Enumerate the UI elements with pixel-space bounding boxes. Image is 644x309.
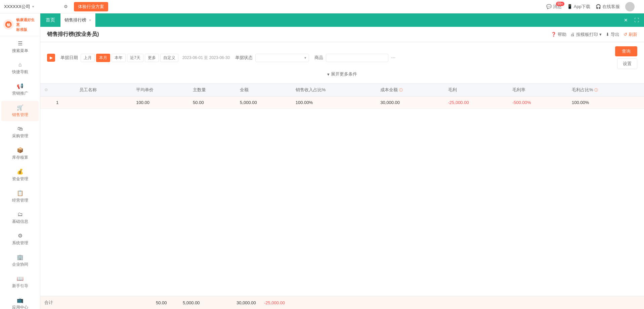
filter-arrow-button[interactable]: ▶ [47,54,55,62]
th-name: 员工名称 [75,84,132,97]
logo-icon: 畅 [3,18,14,31]
cost-info-icon[interactable]: ⓘ [399,88,403,92]
date-btn-7days[interactable]: 近7天 [127,54,143,62]
refresh-button[interactable]: ↺ 刷新 [624,32,637,38]
sidebar-item-label: 库存核算 [12,155,28,160]
help-icon: ❓ [551,32,556,37]
sidebar-item-sales[interactable]: 🛒 销售管理 [1,101,39,121]
finance-icon: 💰 [17,168,24,175]
sidebar-item-guide[interactable]: 📖 新手引导 [1,272,39,292]
page-header: 销售排行榜(按业务员) ❓ 帮助 🖨 按模板打印 ▾ ⬇ 导出 [40,27,644,42]
td-gross-rate: -500.00% [508,97,568,109]
system-icon: ⚙ [18,233,23,239]
date-btn-custom[interactable]: 自定义 [160,54,178,62]
td-amount: 5,000.00 [236,97,292,109]
tab-action-maximize[interactable]: ⛶ [632,15,641,25]
goods-input[interactable] [326,54,388,62]
page-title: 销售排行榜(按业务员) [47,31,99,38]
sidebar-item-system[interactable]: ⚙ 系统管理 [1,229,39,249]
app-download-button[interactable]: 📱 App下载 [567,4,590,10]
sidebar-logo: 畅 畅康通好生意 标准版 [0,13,40,36]
message-icon: 💬 [546,4,552,9]
status-select[interactable] [255,54,309,62]
sidebar-item-label: 企业协同 [12,262,28,267]
sidebar-item-finance[interactable]: 💰 资金管理 [1,165,39,185]
print-chevron-icon: ▾ [599,32,602,37]
sidebar-item-shortcut[interactable]: ⌂ 快捷导航 [1,58,39,78]
tab-sales-ranking[interactable]: 销售排行榜 × [60,13,95,27]
sidebar-item-label: 应用中心 [12,305,28,309]
date-btn-last-month[interactable]: 上月 [81,54,95,62]
sidebar-item-inventory[interactable]: 📦 库存核算 [1,144,39,164]
filter-date: 单据日期 上月 本月 本年 近7天 更多 自定义 2023-06-01 至 20… [60,54,230,62]
td-gross: -25,000.00 [444,97,508,109]
export-button[interactable]: ⬇ 导出 [606,32,619,38]
export-icon: ⬇ [606,32,609,37]
status-select-wrapper [255,54,309,62]
expand-button[interactable]: ▾ 展开更多条件 [327,71,357,77]
tab-actions: ✕ ⛶ [618,15,644,25]
content-area: 首页 销售排行榜 × ✕ ⛶ 销售排行榜(按业务员) ❓ 帮助 [40,13,644,309]
tab-action-close[interactable]: ✕ [621,15,631,25]
top-bar: XXXXXX公司 ▾ ⚙ 体验行业方案 💬 消息 99+ 📱 App下载 🎧 在… [0,0,644,13]
sidebar-item-purchase[interactable]: 🛍 采购管理 [1,122,39,142]
help-button[interactable]: ❓ 帮助 [551,32,566,38]
avatar[interactable] [625,2,635,11]
online-service-button[interactable]: 🎧 在线客服 [596,4,620,10]
th-quantity: 主数量 [189,84,236,97]
filter-row-main: ▶ 单据日期 上月 本月 本年 近7天 更多 自定义 2023-06-01 至 … [47,46,637,69]
date-btn-more[interactable]: 更多 [145,54,159,62]
home-icon: ⌂ [18,62,22,68]
footer-cost: 30,000.00 [232,300,260,305]
apps-icon: 📺 [17,297,24,303]
company-name: XXXXXX公司 [4,4,30,10]
sidebar-item-marketing[interactable]: 📢 营销推广 [1,80,39,100]
sidebar-item-enterprise[interactable]: 🏢 企业协同 [1,251,39,271]
company-selector[interactable]: XXXXXX公司 ▾ [4,4,58,10]
td-name [75,97,132,109]
sidebar-item-basic[interactable]: 🗂 基础信息 [1,208,39,228]
footer-amount: 5,000.00 [179,300,206,305]
expand-label: 展开更多条件 [331,71,357,77]
query-actions: 查询 设置 [615,46,637,69]
purchase-icon: 🛍 [17,126,23,132]
service-icon: 🎧 [596,4,601,9]
date-label: 单据日期 [60,55,78,61]
date-btn-current-month[interactable]: 本月 [96,54,110,62]
query-button[interactable]: 查询 [615,46,637,56]
sidebar-item-operations[interactable]: 📋 经营管理 [1,187,39,207]
guide-icon: 📖 [17,275,24,282]
td-sales-ratio: 100.00% [292,97,376,109]
tab-close-icon[interactable]: × [89,18,91,22]
sidebar-item-label: 快捷导航 [12,69,28,75]
gross-ratio-info-icon[interactable]: ⓘ [594,88,598,92]
td-quantity: 50.00 [189,97,236,109]
td-rank: 1 [52,97,75,109]
sidebar-item-search[interactable]: ☰ 搜索菜单 [1,37,39,57]
td-avg-price: 100.00 [132,97,189,109]
sidebar-item-label: 资金管理 [12,176,28,182]
settings-button[interactable]: 设置 [617,58,637,69]
table-body: 1 100.00 50.00 5,000.00 100.00% 30,000.0… [40,97,644,109]
tab-home[interactable]: 首页 [40,13,60,27]
goods-label: 商品 [314,55,323,61]
print-button[interactable]: 🖨 按模板打印 ▾ [570,32,602,38]
operations-icon: 📋 [17,190,24,196]
date-btn-current-year[interactable]: 本年 [112,54,126,62]
marketing-icon: 📢 [17,83,24,89]
th-sales-ratio: 销售收入占比% [292,84,376,97]
trial-button[interactable]: 体验行业方案 [74,2,108,11]
right-buttons: 查询 设置 [615,46,637,69]
table-header-row: ⚙ 员工名称 平均单价 主数量 全额 销售收入占比% 成本全额 ⓘ 毛利 毛利率… [40,84,644,97]
topbar-settings-button[interactable]: ⚙ [61,2,71,11]
message-button[interactable]: 💬 消息 99+ [546,4,562,10]
service-label: 在线客服 [602,4,620,10]
goods-more-icon[interactable]: ··· [391,55,395,61]
data-table: ⚙ 员工名称 平均单价 主数量 全额 销售收入占比% 成本全额 ⓘ 毛利 毛利率… [40,84,644,109]
enterprise-icon: 🏢 [17,254,24,260]
status-label: 单据状态 [235,55,253,61]
logo-text: 畅康通好生意 标准版 [16,17,37,32]
filter-goods: 商品 ··· [314,54,395,62]
sidebar-item-apps[interactable]: 📺 应用中心 [1,294,39,309]
page-content: 销售排行榜(按业务员) ❓ 帮助 🖨 按模板打印 ▾ ⬇ 导出 [40,27,644,309]
